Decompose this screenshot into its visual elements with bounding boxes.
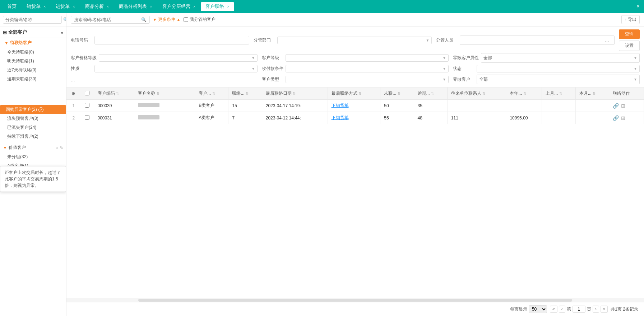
- cell-checkbox[interactable]: [81, 100, 94, 112]
- scroll-thumb[interactable]: [138, 299, 572, 302]
- col-customer-code[interactable]: 客户编码 ⇅: [94, 88, 134, 100]
- value-customer-add-icon[interactable]: ○: [56, 145, 58, 150]
- customer-price-select[interactable]: ▼: [99, 54, 258, 62]
- customer-level-select[interactable]: ▼: [286, 54, 449, 62]
- tab-sales-order[interactable]: 销货单 ×: [22, 2, 50, 11]
- customer-type-select[interactable]: ▼: [286, 76, 449, 83]
- query-button[interactable]: 查询: [619, 29, 640, 39]
- page-number-input[interactable]: [573, 306, 585, 313]
- next-page-button[interactable]: ›: [593, 306, 599, 313]
- cell-uncontacted: 55: [380, 112, 414, 124]
- cell-contact-count: 7: [228, 112, 262, 124]
- close-purchase-order-icon[interactable]: ×: [73, 4, 75, 9]
- filter-row-3: 性质 ▼ 收付款条件 ▼ 状态: [71, 65, 640, 72]
- close-product-analysis-list-icon[interactable]: ×: [150, 4, 152, 9]
- value-customer-edit-icon[interactable]: ✎: [60, 145, 63, 150]
- horizontal-scrollbar[interactable]: [66, 298, 644, 302]
- last-contact-method-link-1[interactable]: 下销货单: [332, 115, 349, 120]
- row-checkbox-0[interactable]: [85, 103, 89, 108]
- customer-table: ⚙ 客户编码 ⇅ 客户名称 ⇅: [66, 88, 644, 124]
- sidebar-collapse-button[interactable]: »: [61, 30, 63, 35]
- tab-purchase-order[interactable]: 进货单 ×: [51, 2, 79, 11]
- retail-customer-select[interactable]: 全部 ▼: [477, 75, 640, 84]
- phone-input[interactable]: [94, 36, 249, 44]
- col-customer-type[interactable]: 客户... ⇅: [195, 88, 228, 100]
- branch-dept-select[interactable]: ▼: [277, 37, 432, 44]
- select-all-checkbox[interactable]: [85, 91, 89, 95]
- gender-select[interactable]: ▼: [94, 65, 258, 72]
- cell-overdue: 48: [414, 112, 447, 124]
- close-product-analysis-icon[interactable]: ×: [107, 4, 109, 9]
- col-last-month[interactable]: 上月... ⇅: [542, 88, 575, 100]
- sidebar-item-repurchase-anomaly[interactable]: 回购异常客户(2) ?: [0, 105, 66, 114]
- sidebar-item-tomorrow[interactable]: 明天待联络(1): [0, 57, 66, 66]
- action-grid-icon-0[interactable]: ⊞: [621, 103, 625, 109]
- tab-product-analysis[interactable]: 商品分析 ×: [81, 2, 113, 11]
- status-select[interactable]: ▼: [477, 65, 640, 72]
- sidebar-item-7days[interactable]: 近7天待联络(0): [0, 66, 66, 75]
- first-page-button[interactable]: «: [550, 306, 557, 313]
- col-current-month[interactable]: 本月... ⇅: [575, 88, 609, 100]
- per-page-select[interactable]: 50 100 200: [529, 305, 547, 313]
- more-filter-dots[interactable]: ...: [71, 77, 78, 82]
- payment-select[interactable]: ▼: [286, 65, 449, 72]
- tab-product-analysis-list[interactable]: 商品分析列表 ×: [115, 2, 156, 11]
- sidebar-item-unclassified[interactable]: 未分组(32): [0, 152, 66, 161]
- close-customer-seg-icon[interactable]: ×: [193, 4, 195, 9]
- sidebar-search-icon[interactable]: 🔍: [63, 17, 66, 22]
- branch-person-select[interactable]: ...: [460, 36, 615, 45]
- col-current-year[interactable]: 本年... ⇅: [506, 88, 542, 100]
- anomaly-help-icon[interactable]: ?: [38, 107, 43, 112]
- last-contact-method-link-0[interactable]: 下销货单: [332, 103, 349, 108]
- action-buttons: 查询 设置: [619, 29, 640, 51]
- cell-customer-type: B类客户: [195, 100, 228, 112]
- settings-button[interactable]: 设置: [619, 41, 640, 51]
- close-customer-contact-icon[interactable]: ×: [227, 4, 229, 9]
- action-link-icon-0[interactable]: 🔗: [613, 103, 619, 109]
- sidebar-item-declining[interactable]: 持续下滑客户(2): [0, 132, 66, 141]
- search-box[interactable]: 🔍: [71, 16, 150, 24]
- sidebar-item-lost-preview[interactable]: 流失预警客户(3): [0, 114, 66, 123]
- col-overdue[interactable]: 逾期... ⇅: [414, 88, 447, 100]
- cell-code: 000031: [94, 112, 134, 124]
- my-customers-checkbox-area[interactable]: 我分管的客户: [184, 16, 216, 23]
- tab-customer-segmentation[interactable]: 客户分层经营 ×: [158, 2, 200, 11]
- retail-attr-select[interactable]: 全部 ▼: [481, 53, 640, 63]
- more-conditions-button[interactable]: ▼ 更多条件 ▲: [153, 16, 181, 23]
- sidebar-search-input[interactable]: [3, 16, 62, 24]
- window-close-button[interactable]: ×: [635, 2, 641, 11]
- tab-customer-contact[interactable]: 客户联络 ×: [201, 2, 233, 11]
- sidebar-item-today[interactable]: 今天待联络(0): [0, 48, 66, 57]
- pending-contact-group[interactable]: ▼ 待联络客户: [0, 38, 66, 48]
- cell-checkbox[interactable]: [81, 112, 94, 124]
- settings-icon[interactable]: ⚙: [71, 91, 75, 96]
- row-checkbox-1[interactable]: [85, 115, 89, 120]
- col-customer-name[interactable]: 客户名称 ⇅: [134, 88, 195, 100]
- col-action: 联络动作: [609, 88, 644, 100]
- cell-index: 2: [66, 112, 81, 124]
- col-last-contact-method[interactable]: 最后联络方式 ⇅: [328, 88, 380, 100]
- close-sales-order-icon[interactable]: ×: [43, 4, 46, 9]
- search-icon[interactable]: 🔍: [141, 17, 147, 22]
- sidebar-item-lost-actual[interactable]: 已流失客户(24): [0, 123, 66, 132]
- cell-current-year: [506, 100, 542, 112]
- col-index: ⚙: [66, 88, 81, 100]
- prev-page-button[interactable]: ‹: [559, 306, 565, 313]
- sidebar-item-overdue[interactable]: 逾期未联络(30): [0, 75, 66, 84]
- cell-last-contact-method[interactable]: 下销货单: [328, 112, 380, 124]
- cell-last-contact-method[interactable]: 下销货单: [328, 100, 380, 112]
- sort-name-icon: ⇅: [157, 91, 159, 95]
- col-contact-person[interactable]: 往来单位联系人 ⇅: [447, 88, 506, 100]
- my-customers-checkbox[interactable]: [184, 17, 188, 22]
- action-link-icon-1[interactable]: 🔗: [613, 115, 619, 121]
- action-grid-icon-1[interactable]: ⊞: [621, 115, 625, 121]
- search-input[interactable]: [74, 17, 140, 22]
- tab-home[interactable]: 首页: [3, 2, 21, 11]
- value-customer-group[interactable]: ▼ 价值客户 ○ ✎: [0, 143, 66, 152]
- export-button[interactable]: ↑ 导出: [621, 15, 640, 24]
- last-page-button[interactable]: »: [601, 306, 608, 313]
- col-last-contact-date[interactable]: 最后联络日期 ⇅: [262, 88, 328, 100]
- col-contact-count[interactable]: 联络... ⇅: [228, 88, 262, 100]
- branch-person-dots[interactable]: ...: [605, 37, 612, 43]
- col-uncontacted[interactable]: 未联... ⇅: [380, 88, 414, 100]
